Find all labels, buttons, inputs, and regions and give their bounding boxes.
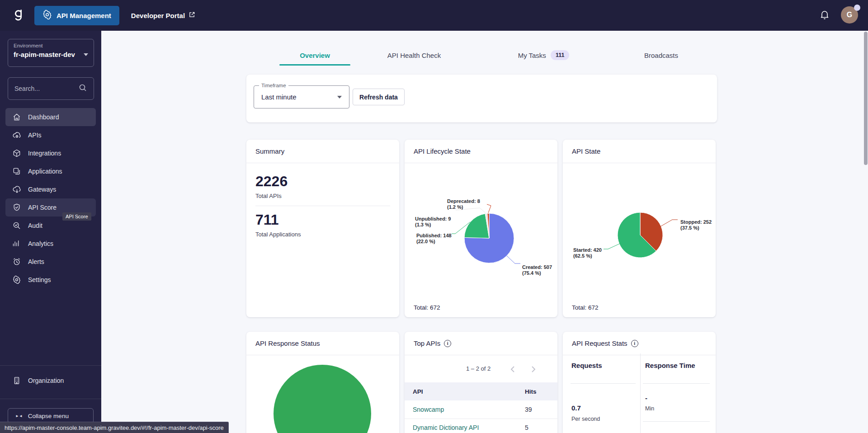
tab-my-tasks[interactable]: My Tasks111 [504, 45, 583, 65]
col-header-hits: Hits [517, 382, 557, 400]
sidebar-item-applications[interactable]: Applications [5, 162, 96, 180]
info-icon[interactable]: i [631, 340, 638, 347]
info-icon[interactable]: i [444, 340, 451, 347]
gear-icon [12, 275, 22, 285]
sidebar-search-input[interactable]: Search... [8, 77, 94, 100]
lifecycle-title: API Lifecycle State [414, 147, 471, 155]
sidebar-item-integrations[interactable]: Integrations [5, 144, 96, 162]
gravitee-logo-icon [8, 8, 29, 23]
alarm-icon [12, 257, 22, 267]
avatar-status-badge [854, 5, 860, 11]
response-min-unit: Min [645, 405, 654, 412]
summary-card: Summary 2226 Total APIs 711 Total Applic… [246, 140, 399, 317]
divider [643, 383, 710, 384]
search-placeholder: Search... [14, 85, 40, 92]
paginator-prev-icon[interactable] [505, 362, 520, 377]
home-icon [12, 112, 22, 122]
response-status-title: API Response Status [255, 339, 320, 347]
total-applications-label: Total Applications [255, 231, 390, 238]
sidebar-item-apis[interactable]: APIs [5, 126, 96, 144]
summary-divider [255, 206, 390, 206]
topbar: API Management Developer Portal G [0, 0, 868, 31]
api-link[interactable]: Snowcamp [413, 406, 444, 413]
response-min-value: - [645, 394, 647, 402]
sidebar-item-dashboard[interactable]: Dashboard [5, 108, 96, 126]
hits-value: 5 [517, 419, 557, 433]
environment-label: Environment [14, 43, 88, 48]
table-row: Snowcamp39 [405, 400, 557, 419]
pie-label-published: Published: 148 (22.0 %) [416, 233, 454, 245]
pie-label-created: Created: 507 (75.4 %) [522, 264, 558, 276]
divider [643, 421, 710, 422]
api-request-stats-card: API Request Stats i Requests Response Ti… [563, 332, 716, 433]
requests-per-second-value: 0.7 [571, 404, 581, 412]
bar-chart-icon [12, 239, 22, 249]
top-apis-title: Top APIs [414, 339, 440, 347]
api-management-label: API Management [57, 12, 111, 19]
shield-check-icon [12, 202, 22, 212]
top-apis-table: API Hits Snowcamp39Dynamic Dictionary AP… [405, 382, 557, 433]
cloud-gear-icon [12, 130, 22, 140]
top-apis-paginator: 1 – 2 of 2 [405, 355, 557, 382]
sidebar-menu: DashboardAPIsIntegrationsApplicationsGat… [0, 108, 101, 289]
sidebar-item-settings[interactable]: Settings [5, 271, 96, 289]
environment-selector[interactable]: Environment fr-apim-master-dev [8, 39, 94, 67]
stack-icon [12, 166, 22, 176]
collapse-arrows-icon: ►◄ [15, 414, 23, 418]
tab-overview[interactable]: Overview [279, 45, 350, 65]
total-apis-value: 2226 [255, 173, 390, 190]
search-check-icon [12, 221, 22, 231]
timeframe-label: Timeframe [259, 83, 288, 88]
lifecycle-total: Total: 672 [414, 304, 440, 311]
collapse-menu-label: Collapse menu [28, 413, 69, 419]
pie-label-deprecated: Deprecated: 8 (1.2 %) [447, 198, 486, 210]
sidebar-item-organization[interactable]: Organization [5, 372, 96, 390]
top-apis-card: Top APIs i 1 – 2 of 2 API Hits Snowcamp3… [405, 332, 557, 433]
my-tasks-count-badge: 111 [551, 50, 569, 60]
request-stats-title: API Request Stats [572, 339, 627, 347]
developer-portal-label: Developer Portal [131, 12, 185, 19]
api-management-button[interactable]: API Management [34, 6, 119, 25]
timeframe-select[interactable]: Timeframe Last minute [254, 85, 349, 108]
external-link-icon [189, 11, 195, 19]
table-row: Dynamic Dictionary API5 [405, 419, 557, 433]
pie-label-unpublished: Unpublished: 9 (1.3 %) [415, 216, 455, 228]
cloud-arrow-icon [12, 184, 22, 194]
hits-value: 39 [517, 400, 557, 419]
sidebar-item-analytics[interactable]: Analytics [5, 235, 96, 253]
sidebar-item-alerts[interactable]: Alerts [5, 253, 96, 271]
tab-broadcasts[interactable]: Broadcasts [628, 45, 694, 65]
timeframe-value: Last minute [261, 93, 297, 101]
search-icon [78, 83, 87, 94]
lifecycle-pie-chart [405, 140, 557, 317]
user-avatar[interactable]: G [841, 6, 859, 24]
scrollbar-thumb[interactable] [864, 32, 868, 165]
pie-slice[interactable] [274, 365, 371, 433]
paginator-range: 1 – 2 of 2 [466, 365, 491, 372]
chevron-down-icon [337, 96, 342, 99]
api-lifecycle-state-card: API Lifecycle State Deprecated: 8 (1.2 %… [405, 140, 557, 317]
refresh-data-button[interactable]: Refresh data [353, 89, 405, 105]
api-link[interactable]: Dynamic Dictionary API [413, 424, 479, 431]
api-state-title: API State [572, 147, 600, 155]
paginator-next-icon[interactable] [526, 362, 541, 377]
sidebar-divider [0, 399, 101, 399]
organization-label: Organization [28, 377, 64, 384]
col-header-api: API [405, 382, 517, 400]
environment-value: fr-apim-master-dev [14, 51, 75, 58]
developer-portal-link[interactable]: Developer Portal [131, 11, 195, 19]
sidebar-item-gateways[interactable]: Gateways [5, 180, 96, 198]
building-icon [12, 376, 22, 386]
gear-icon [42, 10, 52, 21]
pie-slice-published[interactable] [464, 214, 489, 238]
vertical-scrollbar[interactable] [863, 31, 868, 433]
collapse-menu-button[interactable]: ►◄ Collapse menu [8, 408, 94, 424]
tab-api-health-check[interactable]: API Health Check [375, 45, 453, 65]
chevron-down-icon [84, 53, 88, 56]
sidebar-divider [0, 365, 101, 366]
response-time-col-header: Response Time [645, 362, 695, 369]
api-response-status-card: API Response Status [246, 332, 399, 433]
api-score-tooltip: API Score [62, 212, 91, 221]
notifications-bell-icon[interactable] [819, 9, 830, 22]
pie-label-stopped: Stopped: 252 (37.5 %) [680, 219, 717, 231]
